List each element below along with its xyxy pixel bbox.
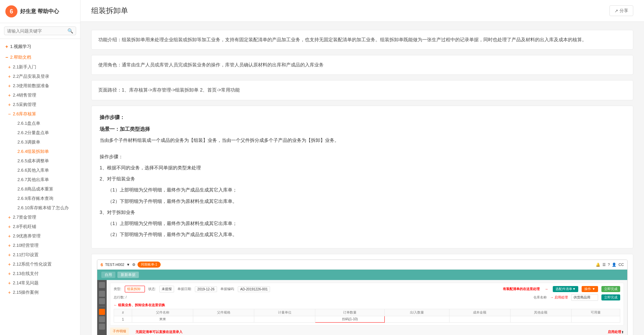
step-item-5: （1）上部明细为父件明细，最终作为原材料生成其它出库单； xyxy=(100,219,625,228)
ss-left-sidebar xyxy=(97,280,107,335)
sidebar-item-2-8[interactable]: + 2.8手机旺铺 xyxy=(0,222,80,231)
sidebar-item-2-4[interactable]: + 2.4销售管理 xyxy=(0,91,80,100)
sidebar-item-2-5[interactable]: + 2.5采购管理 xyxy=(0,100,80,109)
sidebar-item-2-2[interactable]: + 2.2产品安装及登录 xyxy=(0,72,80,81)
nav-section-label-docs: 2.帮助文档 xyxy=(10,54,31,60)
nav-item-label-2-4: 2.4销售管理 xyxy=(13,92,36,98)
sidebar-item-2-9[interactable]: + 2.9优惠券管理 xyxy=(0,231,80,241)
ss-nofixed-annotation: 无固定清单可以直接在这里录入 xyxy=(136,330,182,334)
col-in-out-qty: 出/入数量 xyxy=(385,309,449,316)
ss-date-input: 2019-12-26 xyxy=(195,286,217,292)
t1-r1-unit xyxy=(254,316,315,323)
col-cost: 成本金额 xyxy=(449,309,510,316)
nav-area: + 1.视频学习 − 2.帮助文档 + 2.1新手入门 + 2.2产品安装及登录 xyxy=(0,39,80,335)
sidebar-item-2-6-5[interactable]: 2.6.5成本调整单 xyxy=(5,156,80,166)
sidebar-item-2-6-4[interactable]: 2.6.4组装拆卸单 xyxy=(5,147,80,156)
t1-r1-inout xyxy=(385,316,449,323)
plus-icon: + xyxy=(5,44,8,49)
sidebar-item-2-6-9[interactable]: 2.6.9库存账本查询 xyxy=(5,194,80,203)
col-num: # xyxy=(114,309,132,316)
ss-complete-btn: 立即完成 xyxy=(601,286,620,292)
search-icon[interactable]: 🔍 xyxy=(67,28,73,34)
nav-item-label-2-9: 2.9优惠券管理 xyxy=(13,233,41,239)
nav-item-label-2-3: 2.3使用前数据准备 xyxy=(13,83,49,89)
ss-orange-pill: 同期账单-1 xyxy=(138,262,161,268)
info-block-path: 页面路径：1、库存核算->库存管理->组装拆卸单 2、首页->常用功能 xyxy=(91,80,633,100)
ss-confirm-btn[interactable]: 立即完成 xyxy=(601,294,620,300)
plus-icon-2-4: + xyxy=(8,93,11,98)
sidebar-item-2-6-6[interactable]: 2.6.6其他入库单 xyxy=(5,166,80,175)
t1-r1-other xyxy=(510,316,571,323)
sidebar-item-2-6-1[interactable]: 2.6.1盘点单 xyxy=(5,119,80,128)
ss-assembly-annotation-row: ← 组装业务、拆卸业务在这里切换 xyxy=(114,303,620,308)
search-area: 🔍 xyxy=(0,23,80,39)
sidebar-item-2-6-10[interactable]: 2.6.10库存账本错了怎么办 xyxy=(5,203,80,213)
share-button[interactable]: ↗ 分享 xyxy=(609,5,633,16)
logo-text: 好生意 帮助中心 xyxy=(20,8,59,15)
ss-table-parent: # 父件名称 父件规格 计量单位 订单数量 出/入数量 成本金额 其他金额 可用 xyxy=(114,309,620,323)
plus-icon-2-3: + xyxy=(8,83,11,89)
ss-bell-icon: 🔔 xyxy=(596,263,600,267)
sidebar-item-2-13[interactable]: + 2.13在线支付 xyxy=(0,269,80,278)
sidebar-item-2-3[interactable]: + 2.3使用前数据准备 xyxy=(0,81,80,91)
share-icon: ↗ xyxy=(614,8,618,13)
share-label: 分享 xyxy=(620,8,628,14)
logo-icon: 6 xyxy=(5,5,17,17)
plus-icon-2-11: + xyxy=(8,252,11,258)
ss-type-input: 组装拆卸 xyxy=(125,286,145,292)
nav-item-label-2-2: 2.2产品安装及登录 xyxy=(13,73,49,79)
sidebar-item-2-10[interactable]: + 2.10经营管理 xyxy=(0,241,80,250)
ss-select-btn[interactable]: 选配件清单▼ xyxy=(553,286,578,292)
ss-child-header-label: 子件明细 xyxy=(110,328,129,335)
sidebar-item-2-6[interactable]: − 2.6库存核算 xyxy=(0,109,80,119)
col-parent-spec: 父件规格 xyxy=(193,309,254,316)
sidebar-item-2-7[interactable]: + 2.7资金管理 xyxy=(0,213,80,222)
annotation-enable: → 启用处理 xyxy=(550,295,568,300)
step-item-0: 1、根据不同的业务，选择不同单据的类型来处理 xyxy=(100,164,625,172)
plus-icon-2-2: + xyxy=(8,74,11,79)
t1-r1-num: 1 xyxy=(114,316,132,323)
nav-item-label-2-13: 2.13在线支付 xyxy=(13,271,39,277)
search-box[interactable]: 🔍 xyxy=(4,26,76,35)
nav-section-header-videos[interactable]: + 1.视频学习 xyxy=(0,42,80,52)
annotation-assembly-list: 有装配清单的在这里处理 xyxy=(503,287,540,291)
ss-topbar: 6 TEST-H002 ▼ ⚙ 同期账单-1 🔔 ☰ ? 👤 CC xyxy=(97,260,627,270)
ss-nav-tabs: 自用 新新单据 xyxy=(101,272,139,278)
ss-cc-label: CC xyxy=(619,263,624,267)
t1-r1-name: 米米 xyxy=(132,316,193,323)
path-text: 页面路径：1、库存核算->库存管理->组装拆卸单 2、首页->常用功能 xyxy=(98,87,240,93)
sidebar-item-2-15[interactable]: + 2.15操作案例 xyxy=(0,288,80,297)
sidebar-item-2-6-3[interactable]: 2.6.3调拨单 xyxy=(5,137,80,147)
ss-child-section-header: 子件明细 无固定清单可以直接在这里录入 启用处理 ⬆ xyxy=(110,328,624,335)
nav-item-label-2-1: 2.1新手入门 xyxy=(13,64,36,70)
sidebar-item-2-6-7[interactable]: 2.6.7其他出库单 xyxy=(5,175,80,184)
ss-store-label: 仓库名称 xyxy=(533,295,547,300)
scene1-desc: 当由多个子件材料组装成一个成品的业务为【组装】业务，当由一个父件拆分成多个子产品… xyxy=(100,136,625,145)
sidebar-item-2-11[interactable]: + 2.11打印设置 xyxy=(0,250,80,260)
nav-item-label-2-10: 2.10经营管理 xyxy=(13,242,39,248)
logo-area: 6 好生意 帮助中心 xyxy=(0,0,80,23)
main-content: 组装拆卸单 ↗ 分享 功能介绍：组装拆卸单用来处理企业组装或拆卸等加工业务，支持… xyxy=(80,0,644,335)
sidebar-item-2-6-2[interactable]: 2.6.2分量盘点单 xyxy=(5,128,80,137)
table1-row-1: 1 米米 扫码(1-10) xyxy=(114,316,620,323)
plus-icon-2-15: + xyxy=(8,290,11,295)
intro-text: 功能介绍：组装拆卸单用来处理企业组装或拆卸等加工业务，支持有固定装配清单的产品加… xyxy=(98,37,587,42)
plus-icon-2-10: + xyxy=(8,243,11,248)
ss-state-input: 未提报 xyxy=(159,286,174,292)
nav-item-label-2-7: 2.7资金管理 xyxy=(13,214,36,220)
ss-table1-header: # 父件名称 父件规格 计量单位 订单数量 出/入数量 成本金额 其他金额 可用 xyxy=(114,309,620,316)
ss-code-label: 单据编码: xyxy=(220,287,235,291)
step-item-2: （1）上部明细为父件明细，最终作为产成品生成其它入库单； xyxy=(100,186,625,194)
nav-section-header-docs[interactable]: − 2.帮助文档 xyxy=(0,52,80,62)
steps-block: 操作步骤： 场景一：加工类型选择 当由多个子件材料组装成一个成品的业务为【组装】… xyxy=(91,106,633,249)
ss-code-input: AD-20191226-001 xyxy=(238,286,270,292)
sidebar-item-2-12[interactable]: + 2.12系统个性化设置 xyxy=(0,260,80,269)
search-input[interactable] xyxy=(7,29,67,34)
content-area: 功能介绍：组装拆卸单用来处理企业组装或拆卸等加工业务，支持有固定装配清单的产品加… xyxy=(80,22,644,335)
nav-item-label-2-15: 2.15操作案例 xyxy=(13,289,39,295)
sidebar-item-2-6-8[interactable]: 2.6.8商品成本重算 xyxy=(5,184,80,194)
sidebar-item-2-14[interactable]: + 2.14常见问题 xyxy=(0,278,80,288)
info-block-intro: 功能介绍：组装拆卸单用来处理企业组装或拆卸等加工业务，支持有固定装配清单的产品加… xyxy=(91,30,633,50)
ss-rows-label: 总行数: / xyxy=(114,295,126,300)
sidebar-item-2-1[interactable]: + 2.1新手入门 xyxy=(0,62,80,72)
